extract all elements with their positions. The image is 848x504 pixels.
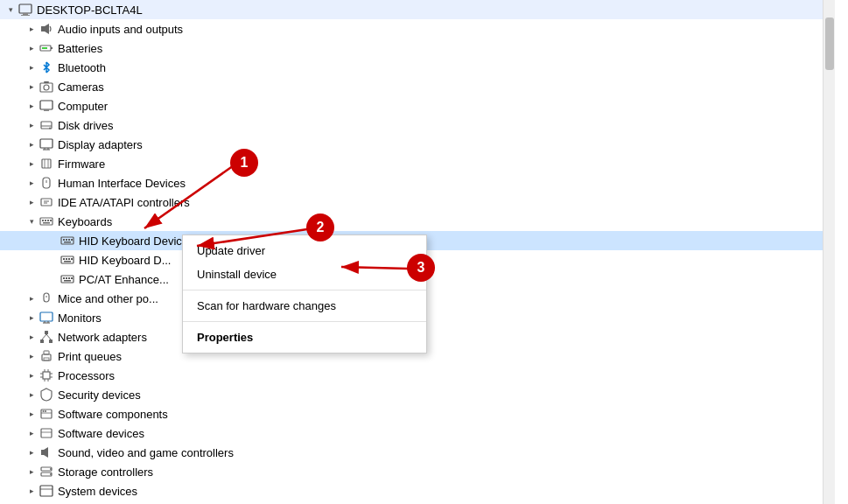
softwarecomp-icon	[39, 406, 54, 422]
keyboards-arrow[interactable]	[25, 214, 39, 228]
softwaredev-arrow[interactable]	[25, 426, 39, 440]
svg-rect-29	[42, 220, 44, 221]
tree-item-displayadapters[interactable]: Display adapters	[0, 135, 823, 154]
svg-rect-87	[40, 486, 53, 496]
tree-item-system[interactable]: System devices	[0, 481, 823, 500]
tree-item-audio[interactable]: Audio inputs and outputs	[0, 19, 823, 38]
tree-item-bluetooth[interactable]: Bluetooth	[0, 58, 823, 77]
storage-icon	[39, 464, 54, 480]
svg-rect-36	[66, 239, 67, 241]
svg-rect-10	[44, 81, 49, 83]
root-expand-arrow[interactable]	[4, 3, 18, 17]
diskdrives-arrow[interactable]	[25, 118, 39, 132]
svg-rect-20	[42, 159, 51, 168]
tree-item-softwarecomp[interactable]: Software components	[0, 404, 823, 424]
svg-rect-41	[63, 258, 65, 260]
monitors-label: Monitors	[58, 312, 823, 325]
mice-arrow[interactable]	[25, 291, 39, 305]
network-arrow[interactable]	[25, 330, 39, 344]
svg-rect-32	[50, 220, 52, 221]
svg-rect-25	[41, 199, 52, 206]
svg-line-62	[46, 334, 51, 340]
softwarecomp-arrow[interactable]	[25, 407, 39, 421]
storage-arrow[interactable]	[25, 465, 39, 479]
scrollbar[interactable]	[823, 0, 835, 504]
monitors-arrow[interactable]	[25, 311, 39, 325]
computer-arrow[interactable]	[25, 99, 39, 113]
root-computer[interactable]: DESKTOP-BCLTA4L	[0, 0, 823, 19]
monitor-icon	[39, 310, 54, 326]
svg-rect-47	[63, 277, 65, 279]
batteries-label: Batteries	[58, 42, 823, 55]
properties-item[interactable]: Properties	[183, 326, 426, 349]
cameras-label: Cameras	[58, 80, 823, 94]
svg-rect-59	[40, 340, 44, 343]
network-label: Network adapters	[58, 331, 823, 344]
svg-rect-6	[42, 47, 47, 49]
tree-item-security[interactable]: Security devices	[0, 385, 823, 404]
speaker-icon	[39, 21, 54, 37]
processor-icon	[39, 368, 54, 383]
svg-marker-82	[44, 447, 48, 458]
svg-rect-1	[23, 13, 28, 15]
tree-item-firmware[interactable]: Firmware	[0, 154, 823, 173]
hid-label: Human Interface Devices	[58, 177, 823, 190]
tree-item-diskdrives[interactable]: Disk drives	[0, 116, 823, 135]
tree-item-hid[interactable]: Human Interface Devices	[0, 173, 823, 192]
scan-hardware-item[interactable]: Scan for hardware changes	[183, 294, 426, 318]
printqueues-arrow[interactable]	[25, 349, 39, 363]
scrollbar-thumb[interactable]	[825, 18, 834, 70]
tree-item-processors[interactable]: Processors	[0, 366, 823, 385]
ide-arrow[interactable]	[25, 195, 39, 209]
svg-rect-64	[44, 351, 49, 354]
svg-rect-3	[41, 26, 45, 32]
svg-point-77	[43, 410, 45, 412]
svg-rect-39	[64, 242, 71, 243]
audio-label: Audio inputs and outputs	[58, 23, 823, 36]
svg-rect-66	[43, 372, 50, 379]
keyboard-device2-icon	[60, 252, 75, 268]
keyboard-icon	[39, 214, 54, 229]
system-icon	[39, 483, 54, 499]
sound-arrow[interactable]	[25, 445, 39, 459]
tree-item-softwaredev[interactable]: Software devices	[0, 424, 823, 443]
tree-item-computer[interactable]: Computer	[0, 96, 823, 116]
tree-item-keyboards[interactable]: Keyboards	[0, 212, 823, 231]
firmware-arrow[interactable]	[25, 157, 39, 171]
cameras-arrow[interactable]	[25, 80, 39, 94]
update-driver-item[interactable]: Update driver	[183, 239, 426, 262]
svg-rect-49	[68, 277, 70, 279]
svg-point-9	[44, 85, 49, 90]
ide-label: IDE ATA/ATAPI controllers	[58, 196, 823, 209]
bluetooth-arrow[interactable]	[25, 60, 39, 74]
tree-item-batteries[interactable]: Batteries	[0, 38, 823, 58]
batteries-arrow[interactable]	[25, 41, 39, 55]
tree-item-ide[interactable]: IDE ATA/ATAPI controllers	[0, 192, 823, 212]
svg-rect-16	[40, 139, 53, 148]
sound-icon	[39, 444, 54, 460]
softwarecomp-label: Software components	[58, 408, 823, 421]
hid-arrow[interactable]	[25, 176, 39, 190]
processors-arrow[interactable]	[25, 368, 39, 382]
device-manager-window: DESKTOP-BCLTA4L Audio inputs and outputs…	[0, 0, 848, 504]
tree-item-storage[interactable]: Storage controllers	[0, 462, 823, 481]
audio-arrow[interactable]	[25, 22, 39, 36]
keyboard-device-icon	[60, 233, 75, 248]
svg-rect-81	[41, 450, 44, 455]
svg-rect-11	[40, 101, 53, 109]
security-arrow[interactable]	[25, 388, 39, 402]
svg-rect-58	[45, 331, 48, 334]
system-arrow[interactable]	[25, 484, 39, 498]
security-label: Security devices	[58, 388, 823, 402]
uninstall-device-item[interactable]: Uninstall device	[183, 262, 426, 286]
svg-rect-50	[71, 277, 73, 279]
display-icon	[39, 136, 54, 152]
mouse-icon	[39, 290, 54, 306]
tree-item-cameras[interactable]: Cameras	[0, 77, 823, 96]
displayadapters-arrow[interactable]	[25, 137, 39, 151]
svg-point-86	[50, 473, 52, 475]
svg-rect-42	[66, 258, 67, 260]
annotation-3: 3	[407, 254, 435, 282]
svg-line-61	[42, 334, 46, 340]
tree-item-sound[interactable]: Sound, video and game controllers	[0, 443, 823, 462]
